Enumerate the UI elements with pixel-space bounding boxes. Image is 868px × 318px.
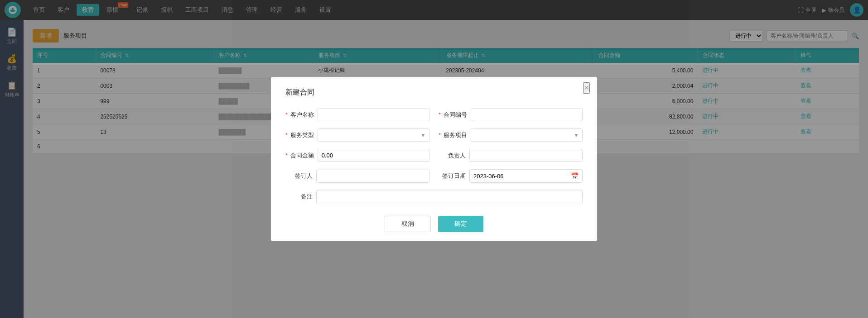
service-item-label: * 服务项目 xyxy=(439,131,467,139)
calendar-icon[interactable]: 📅 xyxy=(571,172,579,180)
sign-date-label: 签订日期 xyxy=(439,172,466,180)
modal-title: 新建合同 xyxy=(285,88,583,97)
contract-amount-row: * 合同金额 xyxy=(285,149,429,162)
confirm-button[interactable]: 确定 xyxy=(438,216,483,232)
signer-label: 签订人 xyxy=(285,172,313,180)
customer-name-row: * 客户名称 xyxy=(285,108,429,121)
remark-label: 备注 xyxy=(285,193,313,201)
modal-overlay: 新建合同 × * 客户名称 * 合同编号 * xyxy=(0,0,868,318)
sign-date-wrap: 📅 xyxy=(469,169,583,183)
customer-label: * 客户名称 xyxy=(285,111,314,119)
cancel-button[interactable]: 取消 xyxy=(385,216,431,232)
signer-row: 签订人 xyxy=(285,169,429,183)
service-item-select-wrap: ▼ xyxy=(471,128,583,142)
contract-no-label: * 合同编号 xyxy=(439,111,467,119)
contract-amount-label: * 合同金额 xyxy=(285,152,314,160)
contract-no-row: * 合同编号 xyxy=(439,108,583,121)
customer-name-input[interactable] xyxy=(318,108,429,121)
service-item-row: * 服务项目 ▼ xyxy=(439,128,583,142)
modal-close-button[interactable]: × xyxy=(583,82,590,94)
modal-form: * 客户名称 * 合同编号 * 服务类型 xyxy=(285,108,583,203)
sign-date-row: 签订日期 📅 xyxy=(439,169,583,183)
responsible-row: 负责人 xyxy=(439,149,583,162)
contract-amount-input[interactable] xyxy=(318,149,429,162)
sign-date-input[interactable] xyxy=(473,173,569,180)
modal-footer: 取消 确定 xyxy=(285,216,583,232)
service-type-label: * 服务类型 xyxy=(285,131,314,139)
service-type-select-wrap: ▼ xyxy=(318,128,429,142)
contract-no-input[interactable] xyxy=(471,108,583,121)
signer-input[interactable] xyxy=(316,170,429,183)
service-item-select[interactable] xyxy=(471,128,583,142)
service-type-row: * 服务类型 ▼ xyxy=(285,128,429,142)
remark-row: 备注 xyxy=(285,190,583,203)
service-type-select[interactable] xyxy=(318,128,429,142)
remark-input[interactable] xyxy=(316,190,583,203)
new-contract-modal: 新建合同 × * 客户名称 * 合同编号 * xyxy=(271,77,597,241)
responsible-input[interactable] xyxy=(469,149,583,162)
responsible-label: 负责人 xyxy=(439,152,466,160)
